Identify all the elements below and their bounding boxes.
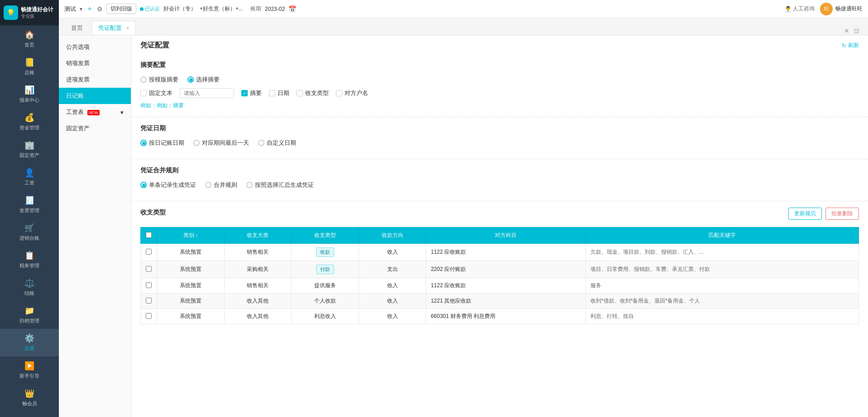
th-direction: 收款方向	[359, 227, 426, 244]
sidebar-item-settle[interactable]: ⚖️ 结账	[0, 274, 59, 301]
batch-delete-button[interactable]: 批量删除	[825, 208, 859, 220]
left-panel-journal[interactable]: 日记账	[59, 88, 131, 104]
sidebar-item-archive[interactable]: 📁 归档管理	[0, 301, 59, 329]
content-header: 凭证配置 ↻ 刷新	[131, 35, 868, 54]
td-keywords: 欠款、现金、项目款、到款、报销款、汇入、...	[585, 244, 858, 261]
sidebar-item-reports[interactable]: 📊 报表中心	[0, 81, 59, 108]
td-category: 系统预置	[157, 278, 225, 294]
brand-sub: 专业版	[21, 13, 53, 19]
type-tag[interactable]: 付款	[316, 265, 334, 274]
topbar-dropdown-icon[interactable]: ▾	[80, 6, 82, 12]
topbar-add-icon[interactable]: ＋	[86, 4, 93, 14]
radio-custom-date[interactable]: 自定义日期	[258, 139, 296, 147]
sidebar-item-invoice[interactable]: 🧾 发票管理	[0, 191, 59, 218]
service-button[interactable]: 👨‍💼 人工咨询	[785, 5, 815, 13]
row-checkbox[interactable]	[146, 266, 152, 272]
window-maximize-button[interactable]: ⊡	[853, 27, 861, 35]
row-checkbox[interactable]	[146, 249, 152, 255]
sidebar-item-ledger[interactable]: 📒 总账	[0, 53, 59, 81]
radio-circle-journal-date	[140, 140, 147, 146]
td-big-type: 销售相关	[224, 278, 292, 294]
tax-icon: 📋	[24, 251, 34, 261]
type-tag[interactable]: 收款	[316, 247, 334, 257]
sidebar-item-guide[interactable]: ▶️ 新手引导	[0, 356, 59, 384]
row-checkbox[interactable]	[146, 282, 152, 288]
sidebar-item-funds[interactable]: 💰 资金管理	[0, 108, 59, 136]
row-checkbox[interactable]	[146, 313, 152, 319]
tab-close-icon[interactable]: ×	[126, 25, 129, 31]
ledger-icon: 📒	[24, 57, 34, 67]
td-type: 利息收入	[292, 309, 359, 324]
checkbox-income-type[interactable]: 收支类型	[297, 89, 329, 97]
radio-circle-custom-date	[258, 140, 264, 146]
topbar-right: 👨‍💼 人工咨询 旺 畅捷通旺旺	[785, 3, 863, 15]
checkbox-date[interactable]: 日期	[269, 89, 289, 97]
sidebar-item-payroll[interactable]: 👤 工资	[0, 163, 59, 191]
table-row: 系统预置 销售相关 收款 收入 1122 应收账款 欠款、现金、项目款、到款、报…	[141, 244, 859, 261]
td-subject: 1122 应收账款	[426, 278, 586, 294]
period-value: 2023-02	[265, 6, 285, 12]
td-direction: 支出	[359, 261, 426, 278]
left-panel-purchase-invoice[interactable]: 进项发票	[59, 71, 131, 88]
sidebar-item-home[interactable]: 🏠 首页	[0, 25, 59, 53]
radio-journal-date[interactable]: 按日记账日期	[140, 139, 184, 147]
sidebar-item-tax[interactable]: 📋 税务管理	[0, 246, 59, 274]
summary-section-title: 摘要配置	[140, 61, 859, 69]
refresh-icon: ↻	[842, 43, 846, 49]
row-checkbox[interactable]	[146, 298, 152, 303]
certified-dot	[140, 7, 144, 11]
refresh-button[interactable]: ↻ 刷新	[842, 42, 859, 49]
checkbox-counterparty[interactable]: 对方户名	[336, 89, 368, 97]
new-badge: NEW	[87, 110, 100, 115]
td-keywords: 利息、行转、按自	[585, 309, 858, 324]
td-big-type: 收入其他	[224, 309, 292, 324]
fixed-text-input[interactable]	[180, 88, 234, 98]
checkbox-box-counterparty	[336, 90, 342, 96]
left-panel-sales-invoice[interactable]: 销项发票	[59, 55, 131, 71]
sidebar-item-assets[interactable]: 🏢 固定资产	[0, 136, 59, 163]
radio-circle-single	[140, 182, 147, 188]
left-panel-public[interactable]: 公共选项	[59, 39, 131, 55]
certified-label: 已认证	[145, 5, 160, 12]
archive-icon: 📁	[24, 306, 34, 316]
settle-icon: ⚖️	[24, 278, 34, 288]
td-direction: 收入	[359, 309, 426, 324]
radio-template-summary[interactable]: 按模版摘要	[140, 76, 178, 84]
sidebar-item-settings[interactable]: ⚙️ 设置	[0, 329, 59, 356]
radio-merge-rule[interactable]: 合并规则	[205, 181, 237, 189]
sidebar-item-member[interactable]: 👑 畅会员	[0, 384, 59, 412]
checkbox-box-fixed	[140, 90, 147, 96]
checkbox-box-date	[269, 90, 275, 96]
page-title: 凭证配置	[140, 41, 169, 50]
radio-select-summary[interactable]: 选择摘要	[187, 76, 220, 84]
td-type: 收款	[292, 244, 359, 261]
calendar-icon[interactable]: 📅	[288, 5, 296, 13]
td-type: 提供服务	[292, 278, 359, 294]
radio-single[interactable]: 单条记录生成凭证	[140, 181, 196, 189]
td-big-type: 销售相关	[224, 244, 292, 261]
radio-period-last[interactable]: 对应期间最后一天	[193, 139, 249, 147]
window-close-button[interactable]: ✕	[843, 27, 851, 35]
left-panel-fixed-assets[interactable]: 固定资产	[59, 120, 131, 137]
switch-version-button[interactable]: 切到旧版	[106, 4, 136, 14]
update-button[interactable]: 更新规贝	[788, 208, 822, 220]
merge-section-title: 凭证合并规则	[140, 166, 859, 175]
checkbox-fixed-text[interactable]: 固定文本	[140, 89, 173, 97]
summary-checkbox-row: 固定文本 ✓ 摘要 日期 收支类型	[140, 88, 859, 98]
topbar-settings-icon[interactable]: ⚙	[97, 5, 103, 13]
funds-icon: 💰	[24, 113, 34, 123]
checkbox-summary[interactable]: ✓ 摘要	[241, 89, 262, 97]
reports-icon: 📊	[24, 85, 34, 95]
td-keywords: 收到*借款、收到*备用金、退回*备用金、个人	[585, 294, 858, 309]
radio-select-total[interactable]: 按照选择汇总生成凭证	[246, 181, 314, 189]
sidebar-item-purchase[interactable]: 🛒 进销台账	[0, 218, 59, 246]
checkbox-box-income-type	[297, 90, 303, 96]
avatar: 旺	[820, 3, 833, 15]
select-all-checkbox[interactable]	[146, 232, 152, 238]
left-panel-payroll-table[interactable]: 工资表 NEW ▾	[59, 104, 131, 120]
tab-home[interactable]: 首页	[64, 21, 90, 35]
user-menu[interactable]: 旺 畅捷通旺旺	[820, 3, 863, 15]
sidebar-logo: 💡 畅捷通好会计 专业版	[0, 0, 59, 25]
td-type: 付款	[292, 261, 359, 278]
tab-voucher-config[interactable]: 凭证配置 ×	[91, 21, 136, 35]
